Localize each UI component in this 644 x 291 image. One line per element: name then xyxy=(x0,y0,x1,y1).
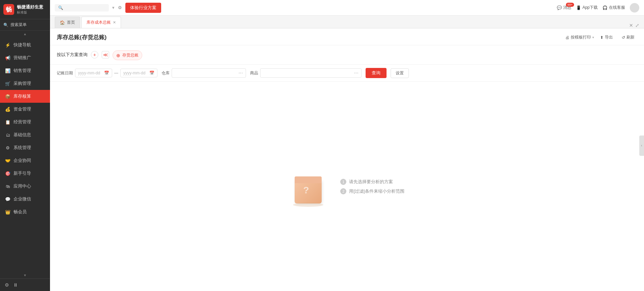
home-icon: 🏠 xyxy=(60,20,65,25)
right-panel-toggle[interactable]: ‹ xyxy=(639,136,644,156)
tab-home[interactable]: 🏠 首页 xyxy=(55,17,80,28)
warehouse-filter-group: 仓库 ··· xyxy=(162,68,246,78)
sidebar-item-system[interactable]: ⚙ 系统管理 xyxy=(0,141,50,154)
scroll-up-button[interactable]: ▲ xyxy=(0,31,50,37)
audio-footer-icon[interactable]: ⏸ xyxy=(13,282,18,288)
date-to-input[interactable]: yyyy-mm-dd 📅 xyxy=(120,69,157,77)
message-icon: 💬 xyxy=(557,5,562,10)
message-badge: 99+ xyxy=(566,3,574,7)
refresh-button[interactable]: ↺ 刷新 xyxy=(619,33,637,42)
date-from-input[interactable]: yyyy-mm-dd 📅 xyxy=(75,69,112,77)
filter-scheme-label: 按以下方案查询 xyxy=(57,49,88,58)
page-actions: 🖨 按模板打印 ▾ ⬆ 导出 ↺ 刷新 xyxy=(565,33,637,42)
print-button[interactable]: 🖨 按模板打印 ▾ xyxy=(565,34,594,40)
sidebar-item-basic[interactable]: 🗂 基础信息 xyxy=(0,128,50,141)
basic-icon: 🗂 xyxy=(5,132,11,138)
tab-home-label: 首页 xyxy=(67,20,75,25)
empty-box xyxy=(295,180,322,203)
sidebar-search-area[interactable]: 🔍 搜索菜单 xyxy=(0,19,50,31)
app-logo: 畅 畅捷通好生意 标准版 xyxy=(0,0,50,19)
calendar-to-icon[interactable]: 📅 xyxy=(149,71,154,75)
warehouse-more-icon[interactable]: ··· xyxy=(239,70,243,76)
message-button[interactable]: 💬 消息 99+ xyxy=(557,5,571,10)
scroll-down-button[interactable]: ▼ xyxy=(0,272,50,278)
industry-button[interactable]: 体验行业方案 xyxy=(125,3,161,13)
sidebar-item-label: 企业微信 xyxy=(14,196,31,202)
topbar-dropdown-arrow[interactable]: ▾ xyxy=(112,5,115,10)
online-service-button[interactable]: 🎧 在线客服 xyxy=(602,5,625,10)
refresh-icon: ↺ xyxy=(622,35,625,40)
sidebar-item-corp[interactable]: 🤝 企业协同 xyxy=(0,154,50,167)
sidebar-item-sales[interactable]: 📊 销售管理 xyxy=(0,64,50,77)
sidebar-item-purchase[interactable]: 🛒 采购管理 xyxy=(0,77,50,90)
sidebar-item-label: 营销推广 xyxy=(14,55,31,61)
app-download-label: App下载 xyxy=(583,5,598,10)
settings-button[interactable]: 设置 xyxy=(391,68,409,78)
date-field-label: 记账日期 xyxy=(57,70,73,76)
sidebar-item-operation[interactable]: 📋 经营管理 xyxy=(0,116,50,128)
sidebar-nav: ⚡ 快捷导航 📢 营销推广 📊 销售管理 🛒 采购管理 📦 库存核算 💰 资金管… xyxy=(0,37,50,272)
goods-field-label: 商品 xyxy=(250,70,258,76)
print-dropdown-arrow[interactable]: ▾ xyxy=(592,35,594,39)
topbar-search-icon: 🔍 xyxy=(58,5,63,10)
sidebar-item-guide[interactable]: 🎯 新手引导 xyxy=(0,167,50,180)
filter-controls: + ≪ ⊕ 存货总账 xyxy=(91,49,637,60)
sidebar-item-marketing[interactable]: 📢 营销推广 xyxy=(0,51,50,64)
filter-add-button[interactable]: + xyxy=(91,51,98,58)
system-icon: ⚙ xyxy=(5,145,11,151)
filter-collapse-button[interactable]: ≪ xyxy=(102,51,109,58)
export-icon: ⬆ xyxy=(600,35,603,40)
tab-bar-expand-icon[interactable]: ⤢ xyxy=(635,23,639,28)
sidebar-item-wecom[interactable]: 💬 企业微信 xyxy=(0,193,50,205)
calendar-from-icon[interactable]: 📅 xyxy=(104,71,109,75)
scheme-item-inventory[interactable]: ⊕ 存货总账 xyxy=(113,50,142,60)
topbar-settings-icon[interactable]: ⚙ xyxy=(118,5,122,10)
query-button[interactable]: 查询 xyxy=(366,68,387,78)
sidebar-item-inventory[interactable]: 📦 库存核算 xyxy=(0,90,50,103)
marketing-icon: 📢 xyxy=(5,55,11,61)
online-service-label: 在线客服 xyxy=(609,5,625,10)
page-content: 库存总账(存货总账) 🖨 按模板打印 ▾ ⬆ 导出 ↺ 刷新 按以下方案查询 xyxy=(50,28,644,291)
user-avatar[interactable] xyxy=(630,3,639,13)
sidebar-item-vip[interactable]: 👑 畅会员 xyxy=(0,205,50,218)
sidebar-item-appstore[interactable]: 🛍 应用中心 xyxy=(0,180,50,193)
tab-inventory-ledger[interactable]: 库存成本总账 ✕ xyxy=(81,17,121,28)
topbar-right: 💬 消息 99+ 📱 App下载 🎧 在线客服 xyxy=(557,3,639,13)
print-label: 按模板打印 xyxy=(571,34,591,40)
app-download-icon: 📱 xyxy=(576,5,581,10)
sidebar-search-button[interactable]: 🔍 搜索菜单 xyxy=(3,22,47,28)
purchase-icon: 🛒 xyxy=(5,80,11,87)
topbar: 🔍 ▾ ⚙ 体验行业方案 💬 消息 99+ 📱 App下载 🎧 在线客服 xyxy=(50,0,644,16)
filter-row: 记账日期 yyyy-mm-dd 📅 — yyyy-mm-dd 📅 仓库 ··· xyxy=(50,65,644,82)
goods-more-icon[interactable]: ··· xyxy=(354,70,358,76)
empty-hint-1: 1 请先选择要分析的方案 xyxy=(340,179,404,185)
date-to-placeholder: yyyy-mm-dd xyxy=(123,71,145,75)
warehouse-field-label: 仓库 xyxy=(162,70,170,76)
goods-filter-group: 商品 ··· xyxy=(250,68,362,78)
scheme-icon: ⊕ xyxy=(116,53,120,58)
app-name: 畅捷通好生意 xyxy=(17,4,43,10)
page-title: 库存总账(存货总账) xyxy=(57,33,106,41)
appstore-icon: 🛍 xyxy=(5,183,11,189)
corp-icon: 🤝 xyxy=(5,157,11,164)
warehouse-select[interactable]: ··· xyxy=(172,68,246,78)
footer-icons: ⚙ ⏸ xyxy=(5,282,18,288)
empty-hint-2: 2 用[过滤]条件来缩小分析范围 xyxy=(340,188,404,194)
tab-bar-close-icon[interactable]: ✕ xyxy=(629,23,633,28)
sidebar-item-shortcut[interactable]: ⚡ 快捷导航 xyxy=(0,39,50,51)
goods-select[interactable]: ··· xyxy=(260,68,362,78)
app-version: 标准版 xyxy=(17,10,43,15)
sidebar-item-finance[interactable]: 💰 资金管理 xyxy=(0,103,50,116)
wecom-icon: 💬 xyxy=(5,196,11,202)
settings-footer-icon[interactable]: ⚙ xyxy=(5,282,9,288)
date-filter-group: 记账日期 yyyy-mm-dd 📅 — yyyy-mm-dd 📅 xyxy=(57,69,157,77)
operation-icon: 📋 xyxy=(5,119,11,125)
topbar-search-area[interactable]: 🔍 xyxy=(55,4,109,11)
sidebar-item-label: 应用中心 xyxy=(14,183,31,189)
export-button[interactable]: ⬆ 导出 xyxy=(597,33,616,42)
app-download-button[interactable]: 📱 App下载 xyxy=(576,5,598,10)
tab-close-button[interactable]: ✕ xyxy=(113,20,116,25)
sidebar-item-label: 资金管理 xyxy=(14,106,31,112)
sidebar-item-label: 企业协同 xyxy=(14,157,31,164)
sidebar-item-label: 系统管理 xyxy=(14,145,31,151)
